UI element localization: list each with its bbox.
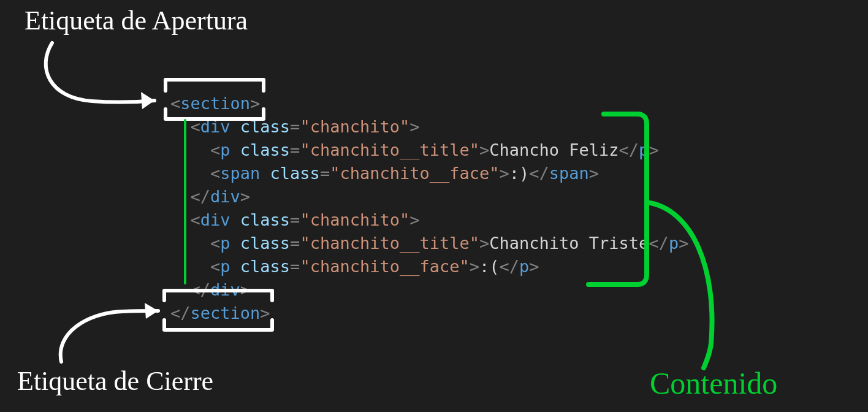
arrowhead-opening (141, 92, 154, 109)
code-line-10: </section> (170, 303, 270, 322)
code-line-4: <span class="chanchito__face">:)</span> (170, 164, 599, 183)
label-content: Contenido (650, 365, 777, 401)
arrowhead-closing (145, 303, 158, 319)
code-line-5: </div> (170, 187, 250, 206)
diagram-stage: Etiqueta de Apertura Etiqueta de Cierre … (0, 0, 868, 412)
code-line-1: <section> (170, 94, 260, 113)
code-block: <section> <div class="chanchito"> <p cla… (170, 92, 688, 325)
code-line-3: <p class="chanchito__title">Chancho Feli… (170, 140, 659, 159)
label-closing-tag: Etiqueta de Cierre (17, 365, 213, 397)
arrow-to-opening (46, 43, 154, 102)
code-line-2: <div class="chanchito"> (170, 117, 419, 136)
code-line-8: <p class="chanchito__face">:(</p> (170, 257, 539, 276)
label-opening-tag: Etiqueta de Apertura (25, 5, 248, 36)
code-line-6: <div class="chanchito"> (170, 210, 419, 229)
code-line-7: <p class="chanchito__title">Chanchito Tr… (170, 234, 688, 253)
code-line-9: </div> (170, 280, 250, 299)
arrow-to-closing (61, 311, 158, 362)
